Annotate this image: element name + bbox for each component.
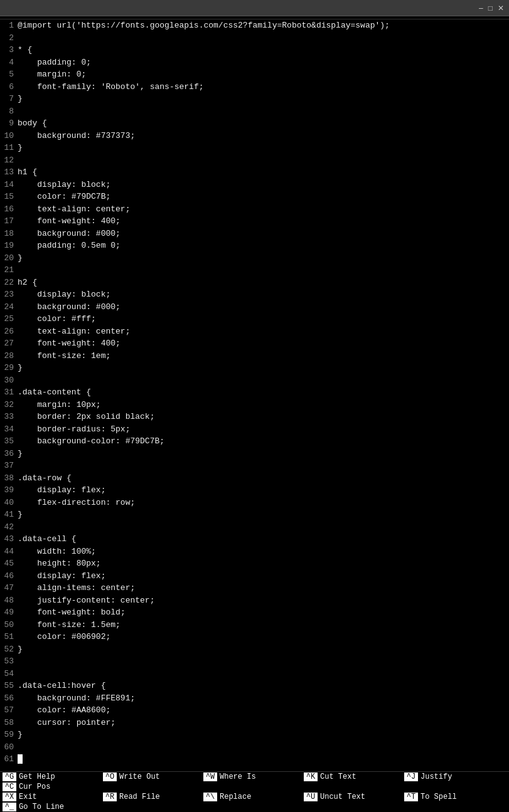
- footer-label: Uncut Text: [320, 793, 365, 801]
- close-button[interactable]: ✕: [498, 4, 504, 13]
- line-number: 57: [0, 704, 18, 717]
- token-punct: [18, 351, 37, 361]
- line-content: width: 100%;: [18, 546, 509, 558]
- token-punct: :: [91, 583, 101, 593]
- line-content: }: [18, 729, 509, 741]
- code-line: 22h2 {: [0, 277, 509, 289]
- line-content: background: #000;: [18, 301, 509, 314]
- token-prop: display: [37, 485, 72, 495]
- editor-area[interactable]: 1@import url('https://fonts.googleapis.c…: [0, 19, 509, 771]
- line-content: [18, 460, 509, 472]
- footer-key: ^J: [404, 772, 418, 781]
- token-prop: color: [37, 314, 62, 324]
- code-line: 32 margin: 10px;: [0, 399, 509, 411]
- line-content: flex-direction: row;: [18, 497, 509, 509]
- code-line: 37: [0, 460, 509, 472]
- line-content: }: [18, 448, 509, 460]
- token-prop: display: [37, 290, 72, 299]
- token-punct: ;: [91, 314, 96, 324]
- token-punct: :: [72, 485, 82, 495]
- line-content: color: #fff;: [18, 313, 509, 325]
- token-punct: }: [18, 143, 23, 152]
- line-content: background: #FFE891;: [18, 692, 509, 705]
- token-punct: ;: [81, 70, 86, 79]
- footer-label: Go To Line: [19, 803, 64, 811]
- line-number: 30: [0, 374, 18, 387]
- line-number: 26: [0, 325, 18, 338]
- token-kw: bold: [101, 608, 121, 617]
- line-content: [18, 154, 509, 167]
- token-prop: font-size: [37, 351, 81, 361]
- token-prop: display: [37, 571, 72, 581]
- line-number: 51: [0, 631, 18, 643]
- code-line: 60: [0, 741, 509, 754]
- token-punct: [18, 192, 37, 201]
- token-prop: text-align: [37, 327, 86, 336]
- line-number: 4: [0, 56, 18, 69]
- token-prop: justify-content: [37, 596, 110, 605]
- token-punct: :: [91, 339, 101, 348]
- line-content: }: [18, 509, 509, 521]
- code-line: 34 border-radius: 5px;: [0, 423, 509, 436]
- code-line: 45 height: 80px;: [0, 557, 509, 570]
- line-content: font-size: 1em;: [18, 350, 509, 362]
- line-number: 34: [0, 423, 18, 436]
- token-punct: [18, 400, 37, 409]
- token-punct: url(: [52, 21, 77, 30]
- token-punct: [18, 180, 37, 189]
- token-punct: ;: [115, 241, 121, 250]
- footer-item: ^\ Replace: [201, 792, 301, 802]
- token-punct: }: [18, 253, 23, 263]
- line-number: 53: [0, 655, 18, 668]
- token-punct: ;: [126, 204, 131, 214]
- token-sel: .data-cell: [18, 534, 67, 544]
- line-content: padding: 0;: [18, 56, 509, 69]
- line-number: 42: [0, 521, 18, 534]
- token-punct: ;: [130, 131, 135, 140]
- token-num: 10px: [77, 400, 96, 409]
- token-punct: [18, 705, 37, 715]
- line-number: 23: [0, 288, 18, 301]
- token-punct: :: [62, 192, 72, 201]
- line-number: 10: [0, 130, 18, 142]
- line-content: [18, 264, 509, 277]
- code-line: 13h1 {: [0, 166, 509, 179]
- code-line: 41}: [0, 509, 509, 521]
- line-content: text-align: center;: [18, 203, 509, 216]
- line-number: 45: [0, 557, 18, 570]
- token-punct: {: [37, 119, 47, 128]
- line-number: 27: [0, 337, 18, 350]
- footer-item: ^KCut Text: [301, 772, 402, 782]
- footer-label: Replace: [220, 793, 251, 801]
- window-controls[interactable]: – □ ✕: [479, 4, 504, 13]
- line-number: 36: [0, 448, 18, 460]
- minimize-button[interactable]: –: [479, 4, 483, 13]
- line-content: color: #AA8600;: [18, 704, 509, 717]
- line-number: 61: [0, 753, 18, 766]
- token-prop: padding: [37, 58, 72, 67]
- line-content: }: [18, 93, 509, 105]
- token-prop: height: [37, 559, 67, 568]
- token-punct: [18, 70, 37, 79]
- code-line: 43.data-cell {: [0, 533, 509, 546]
- token-sel: .data-cell:hover: [18, 681, 96, 690]
- line-number: 58: [0, 717, 18, 729]
- code-line: 52}: [0, 643, 509, 656]
- token-punct: :: [86, 131, 96, 140]
- code-line: 21: [0, 264, 509, 277]
- footer-key: ^G: [3, 772, 16, 781]
- token-prop: font-weight: [37, 216, 91, 226]
- line-number: 6: [0, 81, 18, 93]
- maximize-button[interactable]: □: [488, 4, 493, 13]
- token-punct: [18, 229, 37, 238]
- token-col: #AA8600: [72, 705, 106, 715]
- token-punct: [18, 436, 37, 446]
- token-kw: block: [81, 290, 105, 299]
- token-punct: ;: [126, 424, 131, 434]
- token-punct: {: [96, 681, 106, 690]
- token-kw: sans-serif: [150, 82, 199, 92]
- token-punct: ;: [121, 608, 126, 617]
- code-line: 10 background: #737373;: [0, 130, 509, 142]
- token-str: 'Roboto': [101, 82, 140, 92]
- line-number: 39: [0, 484, 18, 497]
